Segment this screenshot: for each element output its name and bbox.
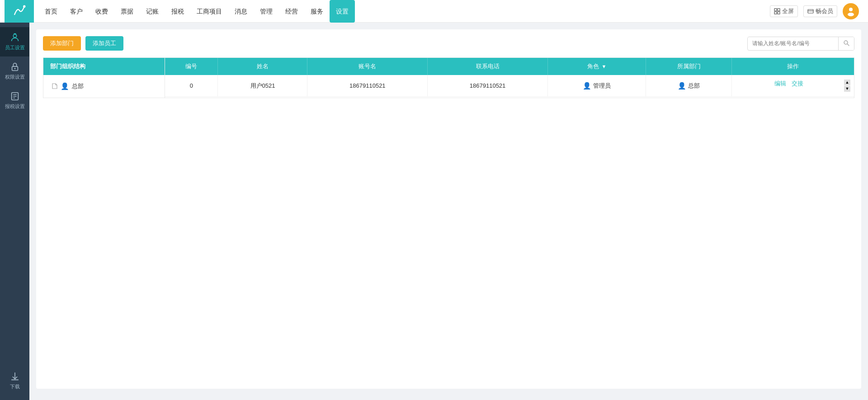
nav-item-票据[interactable]: 票据: [114, 0, 140, 23]
table-panel: 编号 姓名 账号名 联系电话 角色 ▼ 所属部门 操作: [165, 57, 854, 98]
col-dept: 所属部门: [646, 58, 732, 75]
svg-point-12: [13, 34, 16, 38]
file-svg: [52, 83, 58, 89]
nav-item-客户[interactable]: 客户: [64, 0, 89, 23]
nav-item-管理[interactable]: 管理: [254, 0, 279, 23]
svg-line-22: [848, 44, 849, 46]
role-user-icon: 👤: [583, 82, 591, 90]
cell-name: 用户0521: [218, 75, 307, 97]
svg-point-10: [849, 8, 853, 11]
col-id: 编号: [165, 58, 218, 75]
content-area: 添加部门 添加员工 部门组织结构: [36, 29, 861, 389]
toolbar: 添加部门 添加员工: [43, 36, 854, 51]
vip-icon: [807, 8, 814, 14]
sidebar-tax-label: 报税设置: [5, 103, 25, 110]
cell-actions: 编辑 交接 ▲ ▼: [732, 75, 854, 97]
tree-header: 部门组织结构: [43, 58, 165, 75]
svg-point-11: [848, 13, 854, 16]
vip-label: 畅会员: [816, 7, 833, 15]
svg-point-15: [14, 68, 15, 69]
svg-rect-5: [808, 9, 813, 13]
nav-item-记账[interactable]: 记账: [140, 0, 165, 23]
sidebar-permissions-label: 权限设置: [5, 74, 25, 80]
edit-button[interactable]: 编辑: [774, 80, 786, 87]
tree-body: 👤 总部: [43, 75, 165, 98]
sidebar-download-label: 下载: [10, 383, 20, 390]
avatar[interactable]: [843, 3, 859, 19]
search-icon: [843, 40, 849, 46]
col-account: 账号名: [307, 58, 428, 75]
svg-rect-2: [778, 9, 780, 11]
logo[interactable]: [5, 0, 34, 23]
fullscreen-icon: [774, 8, 780, 14]
tree-user-icon: 👤: [61, 82, 69, 90]
cell-id: 0: [165, 75, 218, 97]
avatar-icon: [844, 5, 857, 18]
fullscreen-label: 全屏: [782, 7, 794, 15]
table-body: 0 用户0521 18679110521 18679110521 👤 管理员 👤…: [165, 75, 854, 97]
tree-panel: 部门组织结构 👤 总部: [43, 57, 165, 98]
vip-button[interactable]: 畅会员: [803, 5, 837, 17]
employee-table: 编号 姓名 账号名 联系电话 角色 ▼ 所属部门 操作: [165, 58, 854, 97]
main-layout: 部门组织结构 👤 总部: [43, 57, 854, 98]
cell-role: 👤 管理员: [547, 75, 646, 97]
role-filter-icon[interactable]: ▼: [602, 64, 607, 69]
tree-node-label: 总部: [72, 82, 84, 90]
scroll-up-button[interactable]: ▲: [844, 80, 850, 85]
svg-rect-1: [774, 9, 777, 11]
svg-rect-13: [14, 33, 16, 34]
nav-items: 首页客户收费票据记账报税工商项目消息管理经营服务设置: [38, 0, 770, 23]
cell-phone: 18679110521: [428, 75, 548, 97]
add-dept-button[interactable]: 添加部门: [43, 36, 81, 51]
employee-icon: [10, 33, 20, 42]
svg-rect-3: [774, 12, 777, 14]
cell-dept: 👤 总部: [646, 75, 732, 97]
nav-item-首页[interactable]: 首页: [38, 0, 64, 23]
tax-icon: [10, 91, 20, 101]
search-area: [747, 37, 854, 51]
col-name: 姓名: [218, 58, 307, 75]
nav-item-消息[interactable]: 消息: [228, 0, 254, 23]
role-label: 管理员: [593, 82, 611, 90]
svg-rect-4: [778, 12, 780, 14]
col-role: 角色 ▼: [547, 58, 646, 75]
nav-item-工商项目[interactable]: 工商项目: [190, 0, 228, 23]
svg-point-21: [844, 41, 848, 44]
search-button[interactable]: [838, 37, 854, 50]
search-input[interactable]: [748, 38, 838, 49]
sidebar-item-download[interactable]: 下载: [0, 366, 29, 395]
main-content: 添加部门 添加员工 部门组织结构: [29, 23, 868, 400]
scroll-down-button[interactable]: ▼: [844, 86, 850, 92]
sidebar: 员工设置 权限设置 报税设置 下载: [0, 23, 29, 400]
transfer-button[interactable]: 交接: [792, 80, 803, 87]
sidebar-item-tax[interactable]: 报税设置: [0, 86, 29, 115]
permissions-icon: [10, 62, 20, 72]
svg-point-0: [23, 5, 25, 7]
dept-user-icon: 👤: [678, 82, 686, 90]
file-icon: [52, 83, 58, 90]
tree-node-general[interactable]: 👤 总部: [48, 80, 160, 93]
top-navbar: 首页客户收费票据记账报税工商项目消息管理经营服务设置 全屏 畅会员: [0, 0, 868, 23]
download-icon: [10, 372, 20, 381]
nav-item-报税[interactable]: 报税: [165, 0, 190, 23]
add-employee-button[interactable]: 添加员工: [85, 36, 123, 51]
nav-item-经营[interactable]: 经营: [279, 0, 304, 23]
sidebar-item-employee[interactable]: 员工设置: [0, 27, 29, 56]
nav-item-设置[interactable]: 设置: [330, 0, 355, 23]
col-action: 操作: [732, 58, 854, 75]
sidebar-item-permissions[interactable]: 权限设置: [0, 56, 29, 86]
nav-item-服务[interactable]: 服务: [304, 0, 330, 23]
table-header-row: 编号 姓名 账号名 联系电话 角色 ▼ 所属部门 操作: [165, 58, 854, 75]
sidebar-employee-label: 员工设置: [5, 44, 25, 51]
dept-label: 总部: [688, 82, 700, 90]
nav-item-收费[interactable]: 收费: [89, 0, 114, 23]
col-phone: 联系电话: [428, 58, 548, 75]
nav-right: 全屏 畅会员: [770, 3, 859, 19]
cell-account: 18679110521: [307, 75, 428, 97]
fullscreen-button[interactable]: 全屏: [770, 5, 798, 17]
table-row: 0 用户0521 18679110521 18679110521 👤 管理员 👤…: [165, 75, 854, 97]
